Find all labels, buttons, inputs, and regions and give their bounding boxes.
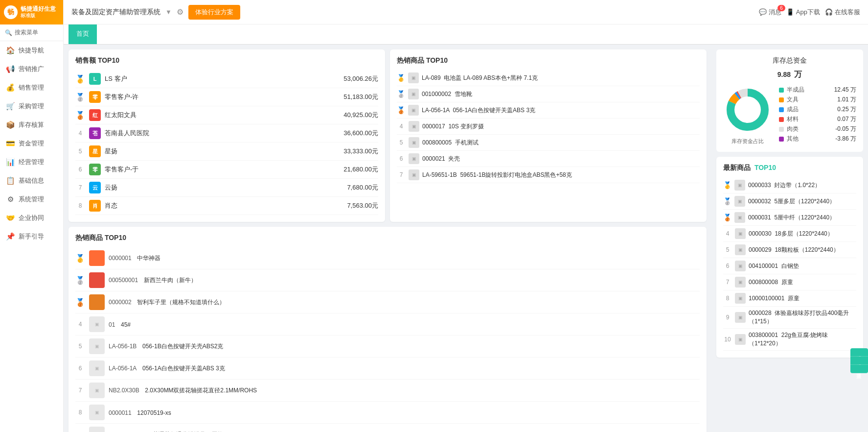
sidebar-item-home[interactable]: 🏠 快捷导航 [0, 41, 63, 60]
product-info: 000500001 新西兰牛肉（新牛） [109, 276, 700, 285]
sidebar-item-label: 企业协同 [19, 214, 44, 222]
legend-dot [779, 117, 784, 122]
rank-number: 6 [75, 166, 85, 173]
product-thumb: ▣ [735, 261, 746, 271]
product-thumb: ▣ [735, 293, 746, 304]
customer-amount: 7,563.00元 [347, 201, 378, 210]
purchase-icon: 🛒 [6, 102, 15, 111]
sidebar-item-label: 营销推广 [19, 65, 44, 73]
legend-dot [779, 137, 784, 142]
headset-icon: 🎧 [825, 8, 833, 16]
dropdown-arrow[interactable]: ▼ [165, 8, 172, 16]
customer-name: 零售客户-于 [105, 165, 340, 174]
sidebar-item-marketing[interactable]: 📢 营销推广 [0, 60, 63, 78]
product-code: 000500001 [109, 277, 138, 284]
hot-product-row: 9 ▣ KK-SD22110H 花语萌但温分罐罐袋（厚款） [75, 424, 700, 432]
search-menu[interactable]: 🔍 搜索菜单 [0, 24, 63, 41]
donut-chart-svg [723, 85, 772, 134]
sold-info: 000800005 手机测试 [422, 139, 700, 147]
newest-product-row: 6 ▣ 004100001 白钢垫 [723, 258, 856, 274]
main-scroll: 销售额 TOP10 🥇 L LS 客户 53,006.26元 🥈 零 零售客户-… [64, 45, 711, 432]
product-info: LA-056-1A 056-1A白色按键开关盖ABS 3克 [109, 364, 700, 373]
content: 销售额 TOP10 🥇 L LS 客户 53,006.26元 🥈 零 零售客户-… [64, 45, 868, 432]
app-download-label: App下载 [796, 8, 820, 17]
legend-name: 成品 [787, 105, 834, 114]
gear-button[interactable]: ⚙ [177, 7, 183, 17]
float-btn-service[interactable]: 客服热线 [850, 348, 868, 357]
sidebar-item-basic[interactable]: 📋 基础信息 [0, 171, 63, 190]
legend-dot [779, 107, 784, 112]
system-title: 装备及固定资产辅助管理系统 [71, 8, 160, 17]
experience-btn[interactable]: 体验行业方案 [188, 5, 240, 20]
customer-amount: 7,680.00元 [347, 183, 378, 192]
sold-right-row: 4 ▣ 0000017 10S 变刹罗摄 [397, 119, 700, 135]
sidebar-item-inventory[interactable]: 📦 库存核算 [0, 116, 63, 134]
newest-product-row: 4 ▣ 0000030 18多层（1220*2440） [723, 226, 856, 242]
hot-products-title: 热销商品 TOP10 [75, 234, 700, 242]
float-btn-community[interactable]: 服务社区 [850, 357, 868, 365]
customer-avatar: 肖 [89, 200, 101, 212]
inventory-chart-area: 库存资金占比 半成品 12.45 万 文具 1.01 万 成品 0.25 万 材… [723, 85, 856, 145]
newest-product-info: 0000030 18多层（1220*2440） [749, 230, 856, 238]
customer-row: 🥈 零 零售客户-许 51,183.00元 [75, 88, 378, 106]
customer-avatar: 红 [89, 109, 101, 121]
customer-amount: 33,333.00元 [343, 147, 378, 156]
search-menu-label: 搜索菜单 [15, 28, 38, 37]
newest-product-info: 003800001 22g鱼豆腐·烧烤味（1*12*20） [749, 331, 856, 348]
legend-item: 成品 0.25 万 [779, 105, 856, 114]
sidebar-item-finance[interactable]: 💳 资金管理 [0, 134, 63, 153]
messages-btn[interactable]: 💬 消息 6 [759, 8, 781, 17]
hot-products-list: 🥇 0000001 中华神器 🥈 000500001 新西兰牛肉（新牛） 🥉 0… [75, 247, 700, 432]
sidebar-item-guide[interactable]: 📌 新手引导 [0, 227, 63, 246]
header-actions: 💬 消息 6 📱 App下载 🎧 在线客服 [759, 8, 860, 17]
sidebar-item-sales[interactable]: 💰 销售管理 [0, 78, 63, 97]
hot-product-row: 4 ▣ 01 45# [75, 313, 700, 336]
legend-dot [779, 97, 784, 102]
newest-product-row: 10 ▣ 003800001 22g鱼豆腐·烧烤味（1*12*20） [723, 329, 856, 351]
newest-product-info: 0000032 5厘多层（1220*2440） [748, 197, 856, 206]
sold-right-row: 5 ▣ 000800005 手机测试 [397, 135, 700, 151]
float-btn-live[interactable]: 直播 [850, 365, 868, 373]
marketing-icon: 📢 [6, 65, 15, 73]
newest-product-info: 004100001 白钢垫 [749, 262, 856, 270]
sold-right-row: 6 ▣ 0000021 夹壳 [397, 151, 700, 167]
app-download-btn[interactable]: 📱 App下载 [786, 8, 820, 17]
donut-label: 库存资金占比 [723, 138, 772, 145]
product-thumb: ▣ [735, 312, 746, 323]
customer-row: 🥇 L LS 客户 53,006.26元 [75, 70, 378, 88]
hot-product-row: 5 ▣ LA-056-1B 056-1B白色按键开关壳ABS2克 [75, 336, 700, 358]
sold-info: LA-056-1A 056-1A白色按键开关盖ABS 3克 [422, 106, 700, 115]
sold-img: ▣ [409, 169, 419, 180]
customer-row: 6 零 零售客户-于 21,680.00元 [75, 161, 378, 179]
newest-product-row: 8 ▣ 10000100001 原童 [723, 290, 856, 307]
online-service-btn[interactable]: 🎧 在线客服 [825, 8, 860, 17]
customer-amount: 40,925.00元 [343, 111, 378, 120]
rank-number: 7 [75, 184, 85, 191]
newest-products-list: 🥇 ▣ 0000033 封边带（1.0*22） 🥈 ▣ 0000032 5厘多层… [723, 177, 856, 351]
sold-img: ▣ [409, 137, 419, 148]
sidebar-item-purchase[interactable]: 🛒 采购管理 [0, 97, 63, 116]
product-code: 0000011 [109, 409, 132, 416]
product-name: 45# [121, 321, 131, 328]
sidebar-item-system[interactable]: ⚙ 系统管理 [0, 190, 63, 209]
sidebar-item-label: 基础信息 [19, 176, 44, 185]
legend-value: 0.25 万 [837, 105, 856, 114]
newest-product-info: 0000031 5厘中纤（1220*2440） [748, 214, 856, 222]
sold-right-row: 🥉 ▣ LA-056-1A 056-1A白色按键开关盖ABS 3克 [397, 102, 700, 119]
sidebar-item-operations[interactable]: 📊 经营管理 [0, 153, 63, 171]
legend-value: 12.45 万 [834, 86, 856, 94]
tab-home[interactable]: 首页 [69, 24, 97, 44]
hot-product-row: 6 ▣ LA-056-1A 056-1A白色按键开关盖ABS 3克 [75, 358, 700, 380]
legend-dot [779, 88, 784, 93]
customer-amount: 51,183.00元 [343, 93, 378, 101]
legend-item: 肉类 -0.05 万 [779, 125, 856, 133]
sidebar-item-collab[interactable]: 🤝 企业协同 [0, 209, 63, 227]
top-customers-card: 销售额 TOP10 🥇 L LS 客户 53,006.26元 🥈 零 零售客户-… [69, 49, 385, 222]
sold-right-row: 7 ▣ LA-59651-1B 59651-1B旋转投影灯电池盒ABS黑色+58… [397, 167, 700, 183]
legend-name: 半成品 [787, 86, 831, 94]
product-info: 0000002 智利车子里（规格不知道填什么） [109, 298, 700, 307]
main-container: 装备及固定资产辅助管理系统 ▼ ⚙ 体验行业方案 💬 消息 6 📱 App下载 … [64, 0, 868, 432]
product-thumb: ▣ [735, 228, 746, 239]
phone-icon: 📱 [786, 8, 794, 16]
top-customers-title: 销售额 TOP10 [75, 56, 378, 65]
